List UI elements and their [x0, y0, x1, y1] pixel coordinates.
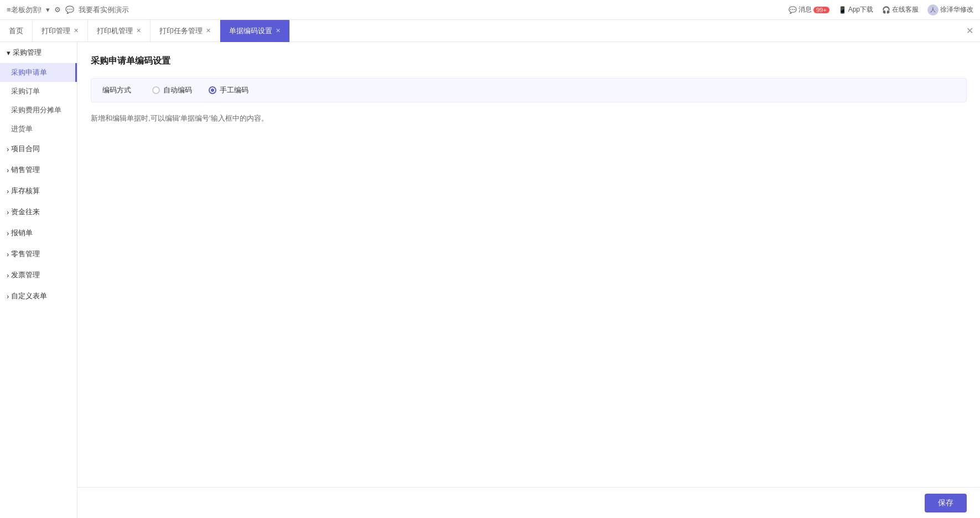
sidebar-item-purchase-order-label: 采购订单	[11, 87, 40, 95]
chevron-down-icon: ▾	[7, 49, 11, 57]
top-bar-right: 💬 消息 99+ 📱 App下载 🎧 在线客服 人 徐泽华修改	[789, 4, 973, 15]
message-icon: 💬	[789, 6, 797, 14]
content-area: 采购申请单编码设置 编码方式 自动编码 手工编码 新增和编辑单据时,可以编辑'单…	[77, 42, 980, 518]
sidebar-item-purchase-expense-label: 采购费用分摊单	[11, 106, 61, 114]
sidebar-group-sales-header[interactable]: › 销售管理	[0, 159, 77, 180]
sidebar-group-invoice-label: 发票管理	[11, 270, 40, 280]
sidebar-group-purchase-label: 采购管理	[13, 48, 42, 58]
auto-encoding-option[interactable]: 自动编码	[152, 85, 192, 95]
tab-barcode-setting[interactable]: 单据编码设置 ✕	[220, 20, 290, 42]
tab-printer-mgmt[interactable]: 打印机管理 ✕	[88, 20, 151, 42]
online-service-label: 在线客服	[892, 5, 919, 14]
sidebar-group-purchase: ▾ 采购管理 采购申请单 采购订单 采购费用分摊单 进货单	[0, 42, 77, 138]
tab-barcode-setting-label: 单据编码设置	[229, 26, 272, 36]
app-download-item[interactable]: 📱 App下载	[838, 5, 873, 14]
sidebar-group-project-header[interactable]: › 项目合同	[0, 138, 77, 159]
encoding-section: 编码方式 自动编码 手工编码	[91, 78, 967, 102]
sidebar-group-inventory-header[interactable]: › 库存核算	[0, 180, 77, 201]
settings-icon[interactable]: ⚙	[54, 6, 61, 14]
sidebar-item-stock-in-label: 进货单	[11, 125, 33, 133]
sidebar-item-purchase-req[interactable]: 采购申请单	[0, 63, 77, 82]
hint-text: 新增和编辑单据时,可以编辑'单据编号'输入框中的内容。	[91, 113, 967, 123]
chevron-right-icon: ›	[7, 145, 9, 153]
close-print-task-icon[interactable]: ✕	[206, 27, 211, 34]
manual-encoding-radio[interactable]	[209, 86, 216, 94]
tab-home[interactable]: 首页	[0, 20, 33, 42]
sidebar-group-retail-header[interactable]: › 零售管理	[0, 244, 77, 265]
sidebar-group-fund-header[interactable]: › 资金往来	[0, 201, 77, 222]
sidebar-group-return-label: 报销单	[11, 228, 33, 238]
chevron-right-icon-4: ›	[7, 208, 9, 216]
manual-encoding-label: 手工编码	[220, 85, 248, 95]
announcement-icon: 💬	[65, 6, 74, 14]
close-print-mgmt-icon[interactable]: ✕	[74, 27, 79, 34]
encoding-label: 编码方式	[102, 85, 131, 95]
message-item[interactable]: 💬 消息 99+	[789, 5, 829, 14]
sidebar-item-purchase-expense[interactable]: 采购费用分摊单	[0, 101, 77, 120]
sidebar-item-purchase-order[interactable]: 采购订单	[0, 82, 77, 101]
app-download-icon: 📱	[838, 6, 847, 14]
app-download-label: App下载	[848, 5, 873, 14]
manual-encoding-option[interactable]: 手工编码	[209, 85, 248, 95]
message-label: 消息	[798, 5, 812, 14]
sidebar-group-custom-header[interactable]: › 自定义表单	[0, 286, 77, 307]
chevron-right-icon-7: ›	[7, 271, 9, 279]
main-layout: ▾ 采购管理 采购申请单 采购订单 采购费用分摊单 进货单 › 项目合同 › 销…	[0, 42, 980, 518]
sidebar-group-return-header[interactable]: › 报销单	[0, 222, 77, 244]
close-printer-mgmt-icon[interactable]: ✕	[136, 27, 141, 34]
announcement-text: 我要看实例演示	[79, 5, 129, 15]
sidebar-group-fund-label: 资金往来	[11, 207, 40, 217]
chevron-right-icon-2: ›	[7, 166, 9, 174]
user-name: 徐泽华修改	[940, 5, 973, 14]
tab-printer-mgmt-label: 打印机管理	[97, 26, 133, 36]
user-avatar: 人	[927, 4, 938, 15]
tab-home-label: 首页	[9, 26, 23, 36]
headset-icon: 🎧	[882, 6, 890, 14]
top-bar: ≡老板勿割! ▾ ⚙ 💬 我要看实例演示 💬 消息 99+ 📱 App下载 🎧 …	[0, 0, 980, 20]
close-barcode-setting-icon[interactable]: ✕	[276, 27, 281, 34]
sidebar-group-purchase-header[interactable]: ▾ 采购管理	[0, 42, 77, 63]
tab-bar: 首页 打印管理 ✕ 打印机管理 ✕ 打印任务管理 ✕ 单据编码设置 ✕ ✕	[0, 20, 980, 42]
top-bar-left: ≡老板勿割! ▾ ⚙ 💬 我要看实例演示	[7, 5, 129, 15]
sidebar: ▾ 采购管理 采购申请单 采购订单 采购费用分摊单 进货单 › 项目合同 › 销…	[0, 42, 77, 518]
content-footer: 保存	[77, 487, 980, 518]
sidebar-item-stock-in[interactable]: 进货单	[0, 120, 77, 138]
save-button[interactable]: 保存	[925, 494, 967, 512]
sidebar-group-retail-label: 零售管理	[11, 249, 40, 259]
auto-encoding-radio[interactable]	[152, 86, 160, 94]
tab-print-mgmt[interactable]: 打印管理 ✕	[33, 20, 88, 42]
sidebar-group-invoice-header[interactable]: › 发票管理	[0, 265, 77, 286]
content-body: 采购申请单编码设置 编码方式 自动编码 手工编码 新增和编辑单据时,可以编辑'单…	[77, 42, 980, 487]
close-all-tabs-button[interactable]: ✕	[960, 25, 980, 36]
tab-print-task-label: 打印任务管理	[159, 26, 203, 36]
chevron-right-icon-8: ›	[7, 292, 9, 301]
chevron-right-icon-6: ›	[7, 250, 9, 258]
chevron-right-icon-5: ›	[7, 229, 9, 237]
sidebar-group-sales-label: 销售管理	[11, 165, 40, 175]
sidebar-group-inventory-label: 库存核算	[11, 186, 40, 196]
online-service-item[interactable]: 🎧 在线客服	[882, 5, 919, 14]
page-title: 采购申请单编码设置	[91, 55, 967, 67]
sidebar-item-purchase-req-label: 采购申请单	[11, 68, 47, 76]
auto-encoding-label: 自动编码	[163, 85, 192, 95]
user-item[interactable]: 人 徐泽华修改	[927, 4, 973, 15]
tab-print-task[interactable]: 打印任务管理 ✕	[151, 20, 220, 42]
tab-print-mgmt-label: 打印管理	[42, 26, 70, 36]
logo-text: ≡老板勿割!	[7, 5, 42, 15]
sidebar-group-custom-label: 自定义表单	[11, 291, 47, 301]
message-badge: 99+	[813, 7, 829, 13]
sidebar-group-project-label: 项目合同	[11, 144, 40, 154]
dropdown-icon[interactable]: ▾	[46, 6, 50, 14]
chevron-right-icon-3: ›	[7, 187, 9, 195]
